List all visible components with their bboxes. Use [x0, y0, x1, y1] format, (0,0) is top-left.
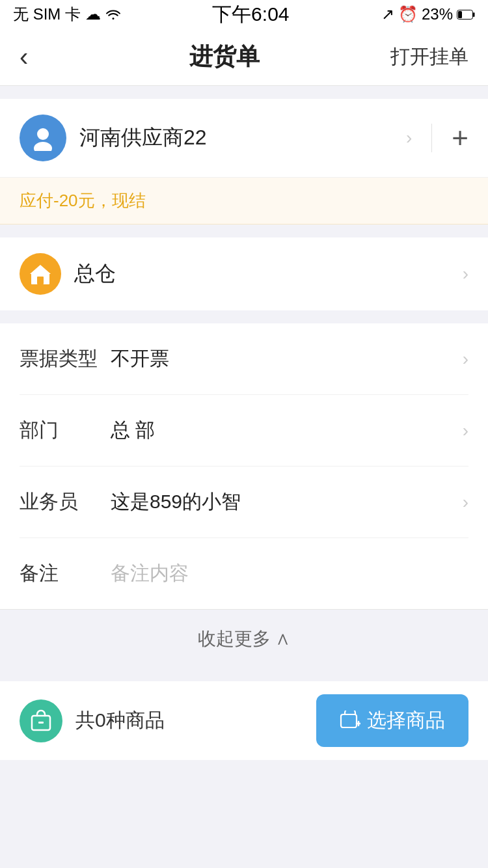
section-gap-4 — [0, 668, 488, 681]
select-product-label: 选择商品 — [367, 707, 445, 734]
select-product-icon — [340, 711, 360, 731]
page-title: 进货单 — [189, 41, 260, 73]
dept-row[interactable]: 部门 总 部 › — [0, 395, 488, 466]
wifi-icon — [106, 5, 120, 23]
svg-rect-10 — [341, 714, 357, 727]
note-label: 备注 — [20, 560, 111, 587]
warehouse-name: 总仓 — [74, 260, 463, 288]
warehouse-section: 总仓 › — [0, 237, 488, 310]
supplier-section: 河南供应商22 › + 应付-20元，现结 — [0, 99, 488, 224]
product-count: 共0种商品 — [75, 707, 316, 734]
svg-rect-9 — [38, 722, 44, 724]
open-pending-button[interactable]: 打开挂单 — [390, 44, 468, 70]
location-icon: ↗ — [381, 5, 394, 23]
status-bar: 无 SIM 卡 ☁ 下午6:04 ↗ ⏰ 23% — [0, 0, 488, 29]
salesperson-value: 这是859的小智 — [111, 489, 463, 515]
collapse-label: 收起更多 ∧ — [198, 627, 291, 651]
salesperson-chevron-icon: › — [463, 492, 468, 513]
back-button[interactable]: ‹ — [20, 42, 59, 72]
status-left: 无 SIM 卡 ☁ — [13, 4, 120, 25]
form-section: 票据类型 不开票 › 部门 总 部 › 业务员 这是859的小智 › 备注 备注… — [0, 323, 488, 609]
notice-bar: 应付-20元，现结 — [0, 178, 488, 224]
vertical-divider — [431, 124, 432, 152]
warehouse-row[interactable]: 总仓 › — [0, 237, 488, 310]
invoice-row[interactable]: 票据类型 不开票 › — [0, 323, 488, 394]
section-gap-3 — [0, 310, 488, 323]
battery-label: 23% — [422, 5, 453, 23]
svg-rect-2 — [473, 12, 475, 17]
dept-chevron-icon: › — [463, 420, 468, 441]
bottom-space — [0, 760, 488, 868]
dept-value: 总 部 — [111, 417, 463, 444]
supplier-chevron-icon: › — [406, 128, 412, 148]
product-footer: 共0种商品 选择商品 — [0, 681, 488, 760]
warehouse-icon — [29, 262, 52, 286]
salesperson-row[interactable]: 业务员 这是859的小智 › — [0, 467, 488, 537]
notice-text: 应付-20元，现结 — [20, 191, 146, 210]
supplier-row[interactable]: 河南供应商22 › + — [0, 99, 488, 178]
svg-rect-1 — [458, 11, 462, 18]
svg-point-4 — [34, 142, 52, 151]
salesperson-label: 业务员 — [20, 489, 111, 515]
warehouse-chevron-icon: › — [463, 264, 468, 284]
invoice-chevron-icon: › — [463, 349, 468, 370]
dept-label: 部门 — [20, 417, 111, 444]
product-icon-wrap — [20, 699, 62, 742]
section-gap-1 — [0, 86, 488, 99]
sim-label: 无 SIM 卡 ☁ — [13, 4, 101, 25]
alarm-icon: ⏰ — [398, 5, 418, 23]
collapse-button[interactable]: 收起更多 ∧ — [0, 609, 488, 668]
nav-bar: ‹ 进货单 打开挂单 — [0, 29, 488, 86]
note-row[interactable]: 备注 备注内容 — [0, 538, 488, 609]
svg-marker-6 — [30, 265, 51, 274]
supplier-avatar — [20, 115, 66, 161]
add-button[interactable]: + — [452, 124, 468, 152]
warehouse-icon-wrap — [20, 253, 61, 295]
svg-rect-7 — [37, 277, 44, 284]
supplier-name: 河南供应商22 — [79, 124, 406, 152]
invoice-value: 不开票 — [111, 346, 463, 372]
product-icon — [29, 709, 53, 733]
status-right: ↗ ⏰ 23% — [381, 5, 475, 23]
note-placeholder: 备注内容 — [111, 560, 468, 587]
status-time: 下午6:04 — [212, 1, 289, 28]
svg-point-3 — [37, 128, 49, 140]
invoice-label: 票据类型 — [20, 346, 111, 372]
section-gap-2 — [0, 224, 488, 237]
person-icon — [30, 125, 56, 151]
battery-icon — [457, 5, 475, 23]
select-product-button[interactable]: 选择商品 — [316, 694, 468, 747]
